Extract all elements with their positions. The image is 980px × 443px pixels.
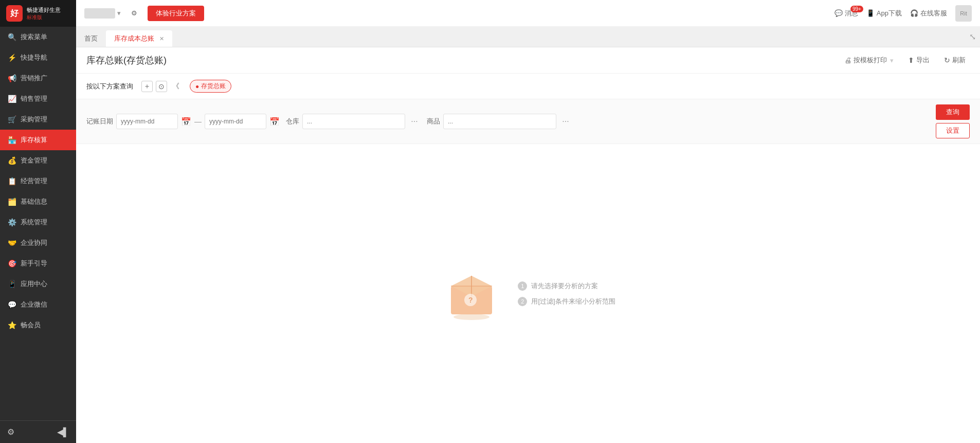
sidebar-item-apps[interactable]: 📱 应用中心 <box>0 274 76 294</box>
sidebar-nav: 🔍 搜索菜单 ⚡ 快捷导航 📢 营销推广 📈 销售管理 🛒 采购管理 🏪 库存核… <box>0 27 76 420</box>
export-btn[interactable]: ⬆ 导出 <box>904 54 934 67</box>
sidebar-item-purchase[interactable]: 🛒 采购管理 <box>0 109 76 130</box>
tab-home[interactable]: 首页 <box>76 30 106 47</box>
sidebar-item-label-quicknav: 快捷导航 <box>21 53 47 62</box>
svg-text:?: ? <box>468 296 473 304</box>
sidebar-item-label-system: 系统管理 <box>21 218 47 227</box>
print-btn[interactable]: 🖨 按模板打印 ▾ <box>840 54 898 67</box>
tabbar: 首页 库存成本总账 ✕ ⤡ <box>76 27 980 47</box>
product-input[interactable] <box>443 114 556 129</box>
product-more-btn[interactable]: ··· <box>559 115 572 128</box>
sales-icon: 📈 <box>7 94 16 103</box>
sidebar-item-label-enterprise: 企业协同 <box>21 238 47 247</box>
filter-actions: ＋ ⊙ 《 <box>141 81 182 92</box>
settings-btn[interactable]: 设置 <box>936 123 970 138</box>
sidebar-item-label-sales: 销售管理 <box>21 94 47 103</box>
empty-state: ? 1 请先选择要分析的方案 2 用[过滤]条件来缩小分析范围 <box>76 144 980 443</box>
guide-icon: 🎯 <box>7 259 16 268</box>
sidebar-item-label-wechat: 企业微信 <box>21 300 47 309</box>
avatar[interactable]: Rit <box>955 5 972 22</box>
message-btn[interactable]: 💬 消息 99+ <box>834 9 858 18</box>
date-end-input[interactable] <box>205 114 266 129</box>
sidebar-item-label-apps: 应用中心 <box>21 279 47 289</box>
sidebar-item-system[interactable]: ⚙️ 系统管理 <box>0 212 76 233</box>
audio-icon[interactable]: ◀▌ <box>57 427 69 437</box>
date-start-input[interactable] <box>116 114 178 129</box>
expand-icon[interactable]: ⤡ <box>969 32 976 42</box>
sidebar-item-marketing[interactable]: 📢 营销推广 <box>0 68 76 88</box>
industry-btn[interactable]: 体验行业方案 <box>148 6 204 21</box>
date-start-cal-icon[interactable]: 📅 <box>181 117 191 127</box>
sidebar-item-label-search: 搜索菜单 <box>21 32 47 42</box>
tag-icon: ● <box>195 83 199 90</box>
warehouse-input[interactable] <box>302 114 405 129</box>
empty-step2: 2 用[过滤]条件来缩小分析范围 <box>518 297 615 306</box>
date-label: 记账日期 <box>86 117 113 126</box>
sidebar-item-label-finance: 资金管理 <box>21 156 47 165</box>
filter-label: 按以下方案查询 <box>86 82 133 91</box>
date-separator: — <box>194 117 202 126</box>
sidebar-bottom: ⚙ ◀▌ <box>0 420 76 443</box>
sidebar-item-finance[interactable]: 💰 资金管理 <box>0 150 76 171</box>
empty-text: 1 请先选择要分析的方案 2 用[过滤]条件来缩小分析范围 <box>518 281 615 306</box>
date-field-group: 记账日期 📅 — 📅 <box>86 114 280 129</box>
app-download-btn[interactable]: 📱 App下载 <box>866 9 902 18</box>
sidebar-item-label-purchase: 采购管理 <box>21 115 47 124</box>
page-actions: 🖨 按模板打印 ▾ ⬆ 导出 ↻ 刷新 <box>840 54 970 67</box>
search-icon: 🔍 <box>7 32 16 42</box>
product-field-group: 商品 ··· <box>427 114 572 129</box>
logo-text: 畅捷通好生意 标准版 <box>27 6 61 20</box>
warehouse-more-btn[interactable]: ··· <box>408 115 421 128</box>
step1-circle: 1 <box>518 281 527 291</box>
main-area: ▾ ⚙ 体验行业方案 💬 消息 99+ 📱 App下载 🎧 在线客服 Rit <box>76 0 980 443</box>
sidebar: 好 畅捷通好生意 标准版 🔍 搜索菜单 ⚡ 快捷导航 📢 营销推广 📈 销售管理… <box>0 0 76 443</box>
sidebar-item-guide[interactable]: 🎯 新手引导 <box>0 253 76 274</box>
fields-row: 记账日期 📅 — 📅 仓库 ··· 商品 ··· 查询 设置 <box>76 99 980 144</box>
enterprise-icon: 🤝 <box>7 238 16 247</box>
sidebar-item-label-vip: 畅会员 <box>21 321 41 330</box>
warehouse-label: 仓库 <box>286 117 299 126</box>
sidebar-item-quicknav[interactable]: ⚡ 快捷导航 <box>0 47 76 68</box>
print-dropdown-icon[interactable]: ▾ <box>890 57 894 64</box>
settings-icon[interactable]: ⚙ <box>7 427 14 437</box>
export-icon: ⬆ <box>908 56 914 64</box>
sidebar-item-label-inventory: 库存核算 <box>21 135 47 145</box>
empty-step1: 1 请先选择要分析的方案 <box>518 281 615 291</box>
sidebar-item-basic[interactable]: 🗂️ 基础信息 <box>0 191 76 212</box>
date-end-cal-icon[interactable]: 📅 <box>269 117 280 127</box>
basic-icon: 🗂️ <box>7 197 16 206</box>
sidebar-item-operations[interactable]: 📋 经营管理 <box>0 171 76 191</box>
marketing-icon: 📢 <box>7 74 16 83</box>
logo-icon: 好 <box>6 5 23 22</box>
product-label: 商品 <box>427 117 440 126</box>
sidebar-item-enterprise[interactable]: 🤝 企业协同 <box>0 233 76 253</box>
tab-close-btn[interactable]: ✕ <box>159 36 164 42</box>
online-service-btn[interactable]: 🎧 在线客服 <box>910 9 947 18</box>
filter-collapse-btn[interactable]: 《 <box>170 81 182 92</box>
finance-icon: 💰 <box>7 156 16 165</box>
refresh-btn[interactable]: ↻ 刷新 <box>940 54 970 67</box>
search-btn[interactable]: 查询 <box>936 104 970 120</box>
topbar-left: ▾ ⚙ 体验行业方案 <box>84 6 834 21</box>
sidebar-item-vip[interactable]: ⭐ 畅会员 <box>0 315 76 335</box>
sidebar-item-inventory[interactable]: 🏪 库存核算 <box>0 130 76 150</box>
filter-settings-btn[interactable]: ⊙ <box>156 81 167 92</box>
purchase-icon: 🛒 <box>7 115 16 124</box>
sidebar-item-label-operations: 经营管理 <box>21 176 47 186</box>
sidebar-item-search[interactable]: 🔍 搜索菜单 <box>0 27 76 47</box>
filter-tag[interactable]: ● 存货总账 <box>190 80 231 93</box>
topbar-dropdown[interactable]: ▾ <box>84 8 121 19</box>
sidebar-item-wechat[interactable]: 💬 企业微信 <box>0 294 76 315</box>
topbar-right: 💬 消息 99+ 📱 App下载 🎧 在线客服 Rit <box>834 5 972 22</box>
sidebar-item-label-guide: 新手引导 <box>21 259 47 268</box>
step2-circle: 2 <box>518 297 527 306</box>
content-area: 库存总账(存货总账) 🖨 按模板打印 ▾ ⬆ 导出 ↻ 刷新 按以下方案查询 <box>76 47 980 443</box>
topbar-settings-icon[interactable]: ⚙ <box>127 6 141 21</box>
tab-inventory-ledger[interactable]: 库存成本总账 ✕ <box>106 30 172 47</box>
filter-add-btn[interactable]: ＋ <box>141 81 153 92</box>
sidebar-item-sales[interactable]: 📈 销售管理 <box>0 88 76 109</box>
filter-area: 按以下方案查询 ＋ ⊙ 《 ● 存货总账 <box>76 74 980 99</box>
sidebar-item-label-marketing: 营销推广 <box>21 74 47 83</box>
sidebar-logo: 好 畅捷通好生意 标准版 <box>0 0 76 27</box>
refresh-icon: ↻ <box>944 56 950 64</box>
